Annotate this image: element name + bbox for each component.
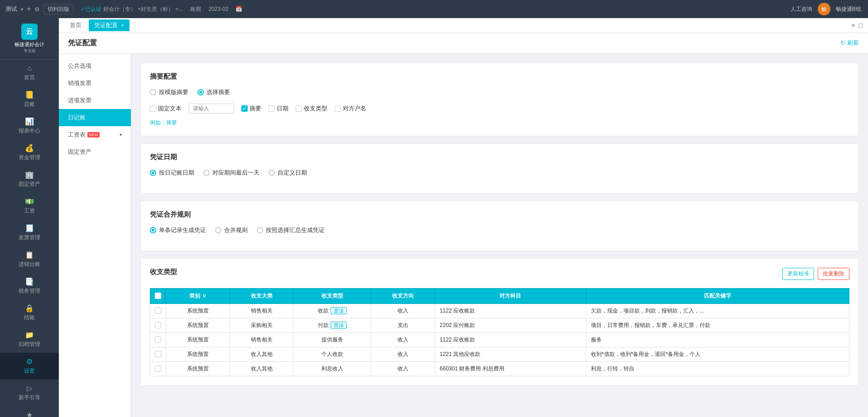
radio-template-summary[interactable]: 按模版摘要 xyxy=(150,88,188,96)
checkbox-counterparty[interactable]: 对方户名 xyxy=(335,104,366,113)
radio-period-last[interactable]: 对应期间最后一天 xyxy=(203,169,259,177)
user-avatar[interactable]: 畅 xyxy=(818,3,830,15)
table-row: 系统预置 销售相关 收款 置顶 收入 1122 应收账款 欠款，现金，项目款，到… xyxy=(150,303,849,318)
th-type: 收支类型 xyxy=(293,288,371,303)
th-checkbox xyxy=(150,288,166,303)
fixed-assets-icon: 🏢 xyxy=(25,171,34,179)
reset-tag[interactable]: 置顶 xyxy=(331,322,347,329)
radio-dot-merge-rules xyxy=(215,227,221,233)
chevron-down-icon: ▾ xyxy=(120,132,122,137)
left-nav-purchase-invoice[interactable]: 进项发票 xyxy=(59,92,131,109)
radio-select-summary[interactable]: 选择摘要 xyxy=(197,88,230,96)
td-checkbox[interactable] xyxy=(150,361,166,376)
td-category: 系统预置 xyxy=(166,347,230,361)
archive-icon: 📁 xyxy=(25,331,34,339)
funds-icon: 💰 xyxy=(25,144,34,152)
merge-rules-section: 凭证合并规则 单条记录生成凭证 合并规则 按照选择汇总生成凭证 xyxy=(140,201,859,251)
left-nav-payroll[interactable]: 工资表 NEW ▾ xyxy=(59,126,131,143)
restore-window-button[interactable]: □ xyxy=(859,22,863,29)
help-button[interactable]: 人工咨询 xyxy=(791,5,812,13)
left-nav-sales-invoice[interactable]: 销项发票 xyxy=(59,75,131,92)
income-expense-table: 类别 ∨ 收支大类 收支类型 收支方向 对方科目 匹配关键字 xyxy=(150,288,849,376)
sidebar-item-label: 结账 xyxy=(24,314,35,322)
ledger-icon: 📒 xyxy=(25,90,34,99)
checkbox-income-type[interactable]: 收支类型 xyxy=(296,104,327,113)
tag1: 好会计（专） xyxy=(103,5,136,13)
sidebar-item-member[interactable]: ★ 畅会员 xyxy=(0,406,59,417)
checkbox-summary[interactable]: ✓ 摘要 xyxy=(241,104,261,113)
sidebar-item-settings[interactable]: ⚙ 设置 xyxy=(0,353,59,379)
td-direction: 收入 xyxy=(371,332,435,347)
checkbox-box-fixed-text xyxy=(150,105,156,112)
sidebar-item-label: 资金管理 xyxy=(19,154,40,161)
logo-icon: 云 xyxy=(21,24,38,40)
td-checkbox[interactable] xyxy=(150,303,166,318)
batch-delete-button[interactable]: 批量删除 xyxy=(818,268,849,280)
tab-voucher-config[interactable]: 凭证配置 × xyxy=(89,19,129,31)
sidebar-item-label: 工资 xyxy=(24,207,35,215)
sidebar-item-archive[interactable]: 📁 归档管理 xyxy=(0,326,59,353)
table-buttons: 更新校准 批量删除 xyxy=(782,268,849,280)
radio-dot-template xyxy=(150,89,156,95)
td-account: 1122 应收账款 xyxy=(435,332,586,347)
switch-version-button[interactable]: 切到旧版 xyxy=(43,4,73,14)
sidebar-item-salary[interactable]: 💵 工资 xyxy=(0,193,59,219)
radio-custom-date[interactable]: 自定义日期 xyxy=(269,169,307,177)
sidebar-item-guide[interactable]: ▷ 新手引导 xyxy=(0,379,59,406)
radio-merge-rules[interactable]: 合并规则 xyxy=(215,226,248,234)
sidebar-item-purchase-sales[interactable]: 📋 进销台账 xyxy=(0,246,59,273)
sidebar-item-home[interactable]: ⌂ 首页 xyxy=(0,60,59,86)
period-value: 2023-02 xyxy=(208,6,228,12)
sidebar-item-closing[interactable]: 🔒 结账 xyxy=(0,299,59,326)
sidebar-item-funds[interactable]: 💰 资金管理 xyxy=(0,139,59,166)
example-text: 例如：摘要 xyxy=(150,119,849,127)
sidebar-item-reports[interactable]: 📊 报表中心 xyxy=(0,113,59,139)
tabs: 首页 凭证配置 × × □ xyxy=(59,18,868,33)
td-major: 采购相关 xyxy=(230,318,293,332)
radio-dot-summary-generate xyxy=(257,227,263,233)
left-nav-public[interactable]: 公共选项 xyxy=(59,57,131,75)
fixed-text-input[interactable] xyxy=(189,104,234,114)
table-row: 系统预置 收入其他 利息收入 收入 660301 财务费用 利息费用 利息，行转… xyxy=(150,361,849,376)
period-label: 账期 xyxy=(190,5,201,13)
radio-single-record[interactable]: 单条记录生成凭证 xyxy=(150,226,206,234)
voucher-date-radio-group: 按日记账日期 对应期间最后一天 自定义日期 xyxy=(150,169,849,177)
td-direction: 收入 xyxy=(371,347,435,361)
sidebar-item-label: 发票管理 xyxy=(19,234,40,242)
radio-dot-select xyxy=(197,89,204,95)
td-checkbox[interactable] xyxy=(150,332,166,347)
th-category: 类别 ∨ xyxy=(166,288,230,303)
radio-summary-generate[interactable]: 按照选择汇总生成凭证 xyxy=(257,226,325,234)
refresh-button[interactable]: ↻ 刷新 xyxy=(840,39,859,47)
sidebar-item-fixed-assets[interactable]: 🏢 固定资产 xyxy=(0,166,59,193)
topbar-arrow[interactable]: ▾ xyxy=(21,7,23,12)
td-keywords: 欠款，现金，项目款，到款，报销款，汇入，... xyxy=(586,303,849,318)
sidebar-item-invoice[interactable]: 🧾 发票管理 xyxy=(0,219,59,246)
td-keywords: 利息，行转，转自 xyxy=(586,361,849,376)
topbar-gear[interactable]: ⚙ xyxy=(34,6,40,13)
th-keywords: 匹配关键字 xyxy=(586,288,849,303)
sidebar-item-tax[interactable]: 📑 税务管理 xyxy=(0,273,59,299)
select-all-checkbox[interactable] xyxy=(155,293,161,299)
sidebar-item-label: 新手引导 xyxy=(19,394,40,402)
table-row: 系统预置 收入其他 个人收款 收入 1221 其他应收款 收到*借款，收到*备用… xyxy=(150,347,849,361)
radio-journal-date[interactable]: 按日记账日期 xyxy=(150,169,194,177)
close-window-button[interactable]: × xyxy=(851,22,855,29)
left-nav-journal[interactable]: 日记账 xyxy=(59,109,131,126)
td-direction: 收入 xyxy=(371,361,435,376)
reset-tag[interactable]: 置顶 xyxy=(331,307,347,314)
checkbox-fixed-text[interactable]: 固定文本 xyxy=(150,104,182,113)
topbar-plus[interactable]: + xyxy=(27,5,31,13)
td-checkbox[interactable] xyxy=(150,318,166,332)
th-account: 对方科目 xyxy=(435,288,586,303)
tax-icon: 📑 xyxy=(25,277,34,286)
td-checkbox[interactable] xyxy=(150,347,166,361)
sidebar-item-ledger[interactable]: 📒 总账 xyxy=(0,86,59,113)
left-nav-fixed-assets[interactable]: 固定资产 xyxy=(59,143,131,161)
tab-home[interactable]: 首页 xyxy=(64,19,87,31)
calendar-icon[interactable]: 📅 xyxy=(235,6,242,12)
radio-dot-single-record xyxy=(150,227,156,233)
tab-close-icon[interactable]: × xyxy=(121,23,124,28)
checkbox-date[interactable]: 日期 xyxy=(269,104,288,113)
update-calibrate-button[interactable]: 更新校准 xyxy=(782,268,814,280)
